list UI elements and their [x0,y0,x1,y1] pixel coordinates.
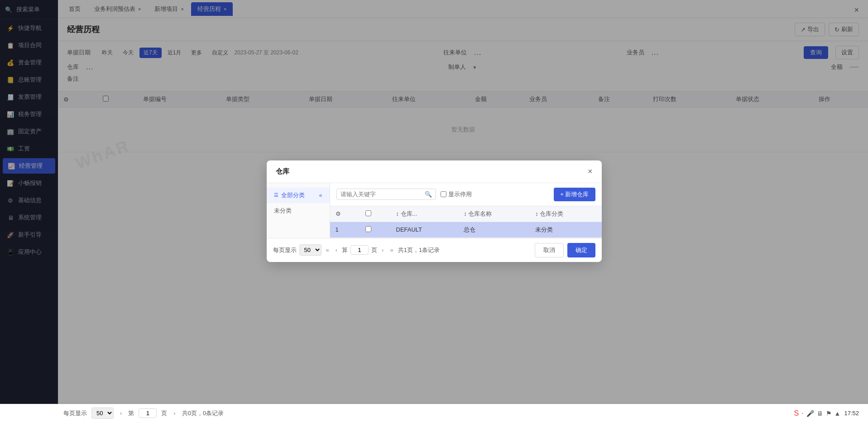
dialog-footer: 每页显示 50 « ‹ 算 页 › » 共1页，1条记录 取消 确定 [267,238,602,262]
sidebar-collapse-btn[interactable]: « [319,192,322,199]
dialog-pagination: 每页显示 50 « ‹ 算 页 › » 共1页，1条记录 [273,244,440,256]
dialog-toolbar: 🔍 显示停用 + 新增仓库 [330,183,602,206]
tray-icon-s: S [794,409,799,417]
taskbar-page-input[interactable] [139,408,157,418]
taskbar-left: 每页显示 50 ‹ 第 页 › 共0页，0条记录 [63,407,224,419]
row-category: 未分类 [530,222,601,238]
dialog-sidebar-all[interactable]: ☰ 全部分类 « [267,188,330,203]
clock-display: 17:52 [844,410,859,417]
dialog-title: 仓库 [276,167,289,176]
dialog-table-area: ⚙ ↕ 仓库... ↕ 仓库名称 ↕ 仓库分类 1 DEFA [330,206,602,238]
warehouse-dialog: 仓库 × ☰ 全部分类 « 未分类 [267,160,602,262]
system-tray: S · 🎤 🖥 ⚑ ▲ [794,409,840,417]
show-disabled-checkbox[interactable] [441,191,446,197]
taskbar-prev-page[interactable]: ‹ [118,410,124,417]
dialog-header: 仓库 × [267,160,602,183]
dialog-right-content: 🔍 显示停用 + 新增仓库 ⚙ [330,183,602,238]
dialog-page-suffix: 页 [371,246,377,254]
row-checkbox[interactable] [365,226,371,232]
confirm-button[interactable]: 确定 [567,243,595,257]
taskbar-per-page-select[interactable]: 50 [91,407,114,419]
dialog-page-prefix: 算 [342,246,348,254]
tray-icon-flag: ⚑ [826,410,832,417]
taskbar-per-page-label: 每页显示 [63,409,87,417]
dialog-table-header: ⚙ ↕ 仓库... ↕ 仓库名称 ↕ 仓库分类 [330,206,602,222]
taskbar-right: S · 🎤 🖥 ⚑ ▲ 17:52 [794,409,859,417]
dialog-last-page[interactable]: » [388,247,395,253]
search-input[interactable] [340,191,422,198]
dialog-total: 共1页，1条记录 [398,246,440,254]
search-icon: 🔍 [425,191,432,198]
add-warehouse-button[interactable]: + 新增仓库 [554,188,595,201]
dcol-checkbox [360,206,391,222]
show-disabled-label[interactable]: 显示停用 [441,190,472,199]
dialog-sidebar-uncategorized[interactable]: 未分类 [267,203,330,218]
dcol-category: ↕ 仓库分类 [530,206,601,222]
uncategorized-label: 未分类 [274,207,292,215]
show-disabled-text: 显示停用 [448,190,472,199]
dialog-first-page[interactable]: « [324,247,331,253]
dialog-category-sidebar: ☰ 全部分类 « 未分类 [267,183,330,238]
dialog-next-page[interactable]: › [380,247,385,253]
taskbar: 每页显示 50 ‹ 第 页 › 共0页，0条记录 S · 🎤 🖥 ⚑ ▲ 17:… [0,404,868,422]
taskbar-next-page[interactable]: › [172,410,177,417]
dialog-per-page-label: 每页显示 [273,246,297,254]
tray-icon-extra: ▲ [834,410,841,417]
row-checkbox-cell [360,222,391,238]
dialog-close-button[interactable]: × [588,167,593,176]
row-code: DEFAULT [391,222,459,238]
dialog-page-input[interactable] [350,245,369,255]
cancel-button[interactable]: 取消 [535,243,564,257]
dcol-name: ↕ 仓库名称 [458,206,530,222]
dialog-warehouse-table: ⚙ ↕ 仓库... ↕ 仓库名称 ↕ 仓库分类 1 DEFA [330,206,602,238]
table-row[interactable]: 1 DEFAULT 总仓 未分类 [330,222,602,238]
row-index: 1 [330,222,360,238]
tray-icon-mic: 🎤 [806,410,814,417]
taskbar-page-prefix: 第 [128,409,134,417]
dialog-prev-page[interactable]: ‹ [334,247,339,253]
dcol-code: ↕ 仓库... [391,206,459,222]
dialog-actions: 取消 确定 [535,243,595,257]
dialog-per-page-select[interactable]: 50 [299,244,321,256]
dialog-body: ☰ 全部分类 « 未分类 🔍 显示停用 [267,183,602,238]
modal-overlay: 仓库 × ☰ 全部分类 « 未分类 [0,0,868,422]
dialog-select-all[interactable] [365,210,371,216]
tray-icon-screen: 🖥 [817,410,823,417]
all-category-label: 全部分类 [281,191,305,199]
taskbar-total: 共0页，0条记录 [182,409,224,417]
dcol-settings: ⚙ [330,206,360,222]
search-box: 🔍 [336,189,436,200]
row-name: 总仓 [458,222,530,238]
tray-icon-dot: · [801,409,803,417]
taskbar-page-label: 页 [161,409,167,417]
